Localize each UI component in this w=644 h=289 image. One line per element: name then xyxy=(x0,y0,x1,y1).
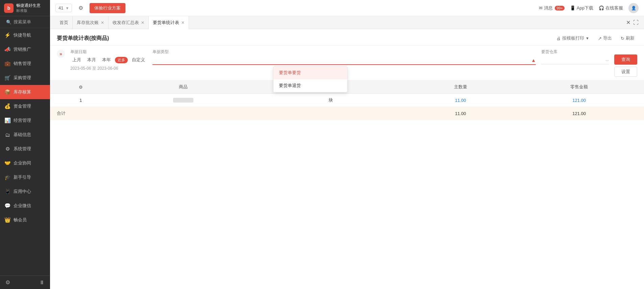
sidebar-item-quick-nav[interactable]: ⚡ 快捷导航 xyxy=(0,28,50,42)
warehouse-input-wrap[interactable]: ··· xyxy=(541,56,609,64)
col-product: 商品 xyxy=(112,81,255,94)
sidebar-footer: ⚙ ⏸ xyxy=(0,275,50,289)
sidebar-item-app-center[interactable]: 📱 应用中心 xyxy=(0,184,50,199)
close-tab-order-stats[interactable]: ✕ xyxy=(181,20,185,25)
date-btn-last-month[interactable]: 上月 xyxy=(70,56,83,64)
tab-inventory-batch[interactable]: 库存批次账 ✕ xyxy=(73,16,109,29)
tabs-right-controls: ✕ ⛶ xyxy=(626,19,639,26)
date-btn-recent7[interactable]: 近多 xyxy=(115,57,128,63)
tab-receipt-summary[interactable]: 收发存汇总表 ✕ xyxy=(109,16,149,29)
date-btn-this-month[interactable]: 本月 xyxy=(85,56,98,64)
filter-expand-button[interactable]: » xyxy=(57,50,65,58)
doctype-arrow-icon[interactable]: ▲ xyxy=(531,58,536,63)
member-icon: 👑 xyxy=(4,217,11,223)
company-selector[interactable]: 41 ▼ xyxy=(55,4,72,12)
row-amount[interactable]: 121.00 xyxy=(514,94,644,107)
print-button[interactable]: 🖨 按模板打印 ▼ xyxy=(554,34,592,43)
purchase-icon: 🛒 xyxy=(4,74,11,81)
basic-info-icon: 🗂 xyxy=(4,131,11,138)
refresh-icon: ↻ xyxy=(621,36,624,41)
footer-label: 合计 xyxy=(50,107,255,120)
sidebar-item-sales[interactable]: 💼 销售管理 xyxy=(0,57,50,71)
col-quantity: 主数量 xyxy=(407,81,514,94)
warehouse-input[interactable] xyxy=(541,58,604,63)
refresh-button[interactable]: ↻ 刷新 xyxy=(618,34,637,43)
close-tab-receipt-summary[interactable]: ✕ xyxy=(141,20,144,25)
tab-home[interactable]: 首页 xyxy=(55,16,73,29)
doctype-filter-group: 单据类型 ▲ xyxy=(152,49,536,65)
tab-order-stats[interactable]: 要货单统计表 ✕ xyxy=(149,16,189,29)
export-icon: ↗ xyxy=(598,36,602,41)
content: 要货单统计表(按商品) 🖨 按模板打印 ▼ ↗ 导出 ↻ 刷新 » xyxy=(50,29,644,289)
close-all-tabs-button[interactable]: ✕ xyxy=(626,19,630,26)
sidebar-item-operations[interactable]: 📊 经营管理 xyxy=(0,113,50,128)
row-quantity[interactable]: 11.00 xyxy=(407,94,514,107)
header-gear-button[interactable]: ⚙ xyxy=(76,3,86,13)
col-settings-icon[interactable]: ⚙ xyxy=(79,85,83,90)
sidebar-item-enterprise-collab[interactable]: 🤝 企业协同 xyxy=(0,156,50,170)
sidebar-item-basic-info[interactable]: 🗂 基础信息 xyxy=(0,128,50,142)
sidebar-item-newbie-guide[interactable]: 🎓 新手引导 xyxy=(0,170,50,184)
sidebar-item-purchase[interactable]: 🛒 采购管理 xyxy=(0,71,50,85)
user-avatar[interactable]: 👤 xyxy=(628,3,639,13)
export-button[interactable]: ↗ 导出 xyxy=(595,34,615,43)
date-range-display: 2023-05-06 至 2023-06-06 xyxy=(70,66,147,71)
message-icon: ✉ xyxy=(539,5,543,10)
header: 41 ▼ ⚙ 体验行业方案 ✉ 消息 99+ 📱 App下载 🎧 在线客服 xyxy=(50,0,644,16)
operations-icon: 📊 xyxy=(4,117,11,124)
search-icon: 🔍 xyxy=(6,20,11,25)
app-download-button[interactable]: 📱 App下载 xyxy=(570,5,593,11)
sidebar-item-enterprise-wechat[interactable]: 💬 企业微信 xyxy=(0,199,50,213)
sidebar-item-inventory[interactable]: 📦 库存核算 xyxy=(0,85,50,99)
gear-icon: ⚙ xyxy=(78,5,83,11)
page-actions: 🖨 按模板打印 ▼ ↗ 导出 ↻ 刷新 xyxy=(554,34,637,43)
warehouse-filter-group: 要货仓库 ··· xyxy=(541,49,609,64)
messages-button[interactable]: ✉ 消息 99+ xyxy=(539,5,565,11)
dropdown-item-order-request[interactable]: 要货单要货 xyxy=(273,66,347,79)
sidebar-item-marketing[interactable]: 📣 营销推广 xyxy=(0,42,50,57)
warehouse-more-icon[interactable]: ··· xyxy=(605,58,609,63)
date-btn-this-year[interactable]: 本年 xyxy=(100,56,113,64)
date-btn-custom[interactable]: 自定义 xyxy=(130,56,147,64)
download-icon: 📱 xyxy=(570,5,575,10)
row-index: 1 xyxy=(50,94,112,107)
product-placeholder xyxy=(173,98,193,103)
sidebar-item-finance[interactable]: 💰 资金管理 xyxy=(0,99,50,113)
dropdown-item-order-return[interactable]: 要货单退货 xyxy=(273,79,347,92)
col-amount: 零售金额 xyxy=(514,81,644,94)
inventory-icon: 📦 xyxy=(4,89,11,95)
trial-button[interactable]: 体验行业方案 xyxy=(90,3,125,13)
logo-text: 畅捷通好生意 标准版 xyxy=(16,3,41,13)
online-service-button[interactable]: 🎧 在线客服 xyxy=(599,5,623,11)
main-area: 41 ▼ ⚙ 体验行业方案 ✉ 消息 99+ 📱 App下载 🎧 在线客服 xyxy=(50,0,644,289)
logo-icon: b xyxy=(4,3,14,13)
row-unit: 块 xyxy=(255,94,407,107)
tabs-bar: 首页 库存批次账 ✕ 收发存汇总表 ✕ 要货单统计表 ✕ ✕ ⛶ xyxy=(50,16,644,29)
collapse-icon[interactable]: ⏸ xyxy=(39,280,45,286)
guide-icon: 🎓 xyxy=(4,174,11,181)
doctype-input[interactable] xyxy=(152,58,529,63)
query-button[interactable]: 查询 xyxy=(614,54,637,65)
doctype-dropdown: 要货单要货 要货单退货 xyxy=(273,66,348,92)
settings-footer-icon[interactable]: ⚙ xyxy=(5,279,10,286)
sidebar-nav: ⚡ 快捷导航 📣 营销推广 💼 销售管理 🛒 采购管理 📦 库存核算 💰 资金管… xyxy=(0,28,50,275)
filter-actions: 查询 设置 xyxy=(614,49,637,77)
sidebar-item-system[interactable]: ⚙ 系统管理 xyxy=(0,142,50,156)
table-footer-row: 合计 11.00 121.00 xyxy=(50,107,644,120)
header-left: 41 ▼ ⚙ 体验行业方案 xyxy=(55,3,125,13)
close-tab-inventory-batch[interactable]: ✕ xyxy=(101,20,104,25)
sidebar-item-member[interactable]: 👑 畅会员 xyxy=(0,213,50,227)
quick-nav-icon: ⚡ xyxy=(4,32,11,39)
expand-tabs-button[interactable]: ⛶ xyxy=(633,19,639,26)
sales-icon: 💼 xyxy=(4,60,11,67)
warehouse-filter-label: 要货仓库 xyxy=(541,49,609,55)
filter-bar: » 单据日期 上月 本月 本年 近多 自定义 2023-05-06 至 2023… xyxy=(50,46,644,81)
doctype-filter-label: 单据类型 xyxy=(152,49,536,55)
date-filter-group: 单据日期 上月 本月 本年 近多 自定义 2023-05-06 至 2023-0… xyxy=(70,49,147,71)
doctype-input-wrap[interactable]: ▲ xyxy=(152,56,536,65)
search-menu[interactable]: 🔍 搜索菜单 xyxy=(0,16,50,28)
header-right: ✉ 消息 99+ 📱 App下载 🎧 在线客服 👤 xyxy=(539,3,639,13)
filter-settings-button[interactable]: 设置 xyxy=(614,67,637,77)
collab-icon: 🤝 xyxy=(4,160,11,166)
print-arrow-icon: ▼ xyxy=(586,36,589,40)
